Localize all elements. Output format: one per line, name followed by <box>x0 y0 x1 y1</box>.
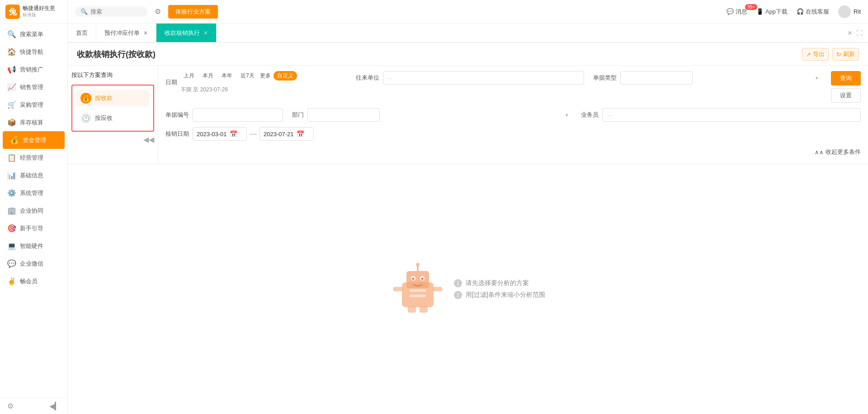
member-icon: ✌️ <box>7 277 16 286</box>
svg-point-11 <box>416 263 420 266</box>
sidebar-item-sales[interactable]: 📈 销售管理 <box>0 78 67 96</box>
system-icon: ⚙️ <box>7 189 16 197</box>
filter-area: 按以下方案查询 💰 按收款 🕐 按应收 ◀◀ <box>68 66 868 163</box>
filter-options-box: 💰 按收款 🕐 按应收 <box>71 85 154 132</box>
collapse-sidebar-icon[interactable]: ◀▎ <box>49 402 60 410</box>
sales-icon: 📈 <box>7 83 16 91</box>
sidebar-item-quick-nav[interactable]: 🏠 快捷导航 <box>0 43 67 61</box>
verif-start-date[interactable]: 2023-03-01 📅 <box>193 127 247 141</box>
collection-option-label: 按收款 <box>95 94 113 102</box>
collapse-chevron-up-icon: ∧∧ <box>815 149 824 156</box>
sidebar-logo: 兔 畅捷通好生意 标准版 <box>0 0 67 24</box>
date-more-btn[interactable]: 更多 <box>260 72 271 80</box>
basic-icon: 📊 <box>7 171 16 180</box>
sidebar-item-inventory[interactable]: 📦 库存核算 <box>0 114 67 131</box>
staff-input[interactable]: ··· <box>602 108 861 122</box>
tab-close-all-icon[interactable]: ✕ <box>847 29 853 37</box>
date-custom-btn[interactable]: 自定义 <box>274 71 297 81</box>
header-search-box[interactable]: 🔍 <box>75 6 147 17</box>
date-last-month-btn[interactable]: 上月 <box>181 71 197 81</box>
receivable-option-icon: 🕐 <box>80 113 91 124</box>
sidebar-item-business[interactable]: 📋 经营管理 <box>0 149 67 167</box>
user-name: Rit <box>854 8 861 15</box>
refresh-btn[interactable]: ↻ 刷新 <box>832 48 859 61</box>
counterparty-input[interactable]: ··· <box>383 71 585 85</box>
sidebar-item-finance[interactable]: 💰 资金管理 <box>3 131 65 149</box>
sidebar-item-marketing[interactable]: 📢 营销推广 <box>0 61 67 78</box>
logo-text-block: 畅捷通好生意 标准版 <box>23 5 55 19</box>
prepay-tab-close[interactable]: ✕ <box>143 30 148 36</box>
app-download-btn[interactable]: 📱 App下载 <box>756 8 788 16</box>
inventory-icon: 📦 <box>7 118 16 127</box>
online-service-btn[interactable]: 🎧 在线客服 <box>797 8 829 16</box>
industry-btn[interactable]: 体验行业方案 <box>168 5 218 19</box>
app-icon: 📱 <box>756 8 764 15</box>
query-btn[interactable]: 查询 <box>831 71 861 86</box>
sidebar-item-system[interactable]: ⚙️ 系统管理 <box>0 184 67 202</box>
svg-rect-6 <box>393 287 403 291</box>
sidebar-item-wechat[interactable]: 💬 企业微信 <box>0 255 67 272</box>
staff-label: 业务员 <box>581 111 599 119</box>
collapse-more-btn[interactable]: ∧∧ 收起更多条件 <box>815 148 861 156</box>
logo-name: 畅捷通好生意 <box>23 5 55 12</box>
sidebar-item-label: 快捷导航 <box>20 48 43 56</box>
export-label: 导出 <box>813 50 825 58</box>
collection-tab-label: 收款核销执行 <box>165 29 200 37</box>
filter-dept-item: 部门 <box>292 108 572 122</box>
date-limit-text: 不限 至 2023-07-26 <box>181 86 228 93</box>
export-btn[interactable]: ↗ 导出 <box>802 48 829 61</box>
sidebar-item-hardware[interactable]: 💻 智能硬件 <box>0 237 67 255</box>
guide-icon: 🎯 <box>7 224 16 233</box>
settings-btn[interactable]: 设置 <box>831 88 861 103</box>
gear-icon[interactable]: ⚙ <box>155 7 161 16</box>
tab-expand-icon[interactable]: ⛶ <box>856 29 863 37</box>
search-icon: 🔍 <box>80 8 88 15</box>
date-last7-btn[interactable]: 近7天 <box>238 71 257 81</box>
dept-select[interactable] <box>307 108 380 122</box>
hardware-icon: 💻 <box>7 242 16 250</box>
filter-option-by-collection[interactable]: 💰 按收款 <box>76 90 150 106</box>
sidebar-item-member[interactable]: ✌️ 畅会员 <box>0 272 67 290</box>
prepay-tab-label: 预付冲应付单 <box>104 29 140 37</box>
filter-collapse-arrow[interactable]: ◀◀ <box>143 135 154 144</box>
hint-text-2: 用[过滤]条件来缩小分析范围 <box>466 291 545 299</box>
filter-option-by-receivable[interactable]: 🕐 按应收 <box>76 110 150 126</box>
verif-end-date[interactable]: 2023-07-21 📅 <box>259 127 314 141</box>
date-this-year-btn[interactable]: 本年 <box>219 71 235 81</box>
refresh-label: 刷新 <box>843 50 855 58</box>
sidebar-item-label: 畅会员 <box>20 277 38 286</box>
svg-point-4 <box>412 278 415 280</box>
collab-icon: 🏢 <box>7 206 16 215</box>
home-tab-label: 首页 <box>76 29 88 37</box>
sidebar-item-purchase[interactable]: 🛒 采购管理 <box>0 96 67 114</box>
sidebar-item-label: 营销推广 <box>20 66 43 74</box>
search-menu-icon: 🔍 <box>7 30 16 38</box>
tab-collection[interactable]: 收款核销执行 ✕ <box>156 24 217 42</box>
sidebar-item-label: 搜索菜单 <box>20 30 43 38</box>
page-title-row: 收款核销执行(按收款) ↗ 导出 ↻ 刷新 <box>77 48 859 65</box>
filter-row-2: 单据编号 部门 业务员 ··· <box>165 108 861 122</box>
docnum-input[interactable] <box>193 108 283 122</box>
sidebar-item-guide[interactable]: 🎯 新手引导 <box>0 219 67 237</box>
filter-row-3: 核销日期 2023-03-01 📅 — 2023-07-21 📅 <box>165 127 861 141</box>
date-this-month-btn[interactable]: 本月 <box>200 71 216 81</box>
sidebar-item-search[interactable]: 🔍 搜索菜单 <box>0 25 67 43</box>
svg-rect-7 <box>433 287 443 291</box>
sidebar-item-collab[interactable]: 🏢 企业协同 <box>0 202 67 219</box>
svg-point-5 <box>421 278 424 280</box>
collapse-label: 收起更多条件 <box>826 148 861 156</box>
tab-home[interactable]: 首页 <box>68 24 96 42</box>
collection-option-icon: 💰 <box>80 93 91 104</box>
sidebar-item-basic[interactable]: 📊 基础信息 <box>0 167 67 184</box>
svg-rect-9 <box>420 306 428 313</box>
settings-bottom-icon[interactable]: ⚙ <box>7 402 14 410</box>
message-btn[interactable]: 💬 消息 99+ <box>726 8 747 16</box>
collection-tab-close[interactable]: ✕ <box>203 30 208 36</box>
nav-tabs-bar: 首页 预付冲应付单 ✕ 收款核销执行 ✕ ✕ ⛶ <box>68 24 868 43</box>
sidebar-item-label: 库存核算 <box>20 119 43 127</box>
page-title: 收款核销执行(按收款) <box>77 49 156 60</box>
doctype-select[interactable] <box>620 71 693 85</box>
search-input[interactable] <box>90 8 140 15</box>
tab-prepay[interactable]: 预付冲应付单 ✕ <box>96 24 156 42</box>
sidebar-item-label: 经营管理 <box>20 154 43 162</box>
